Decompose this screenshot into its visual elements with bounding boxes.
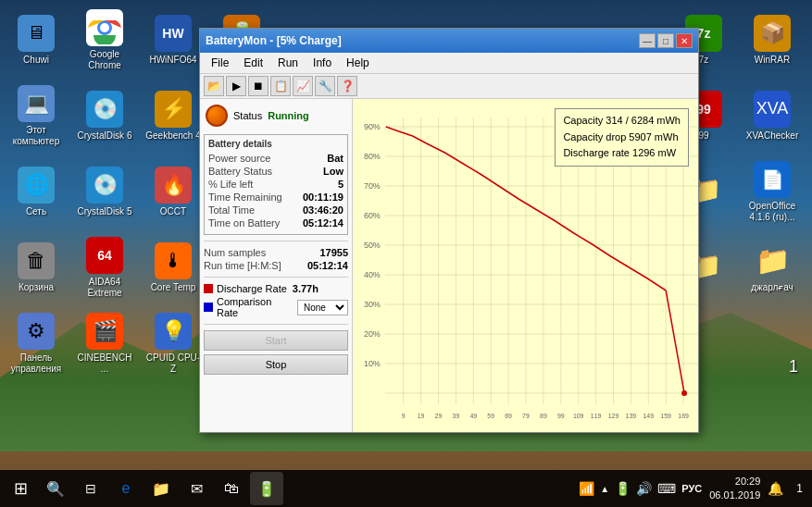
taskbar-left: ⊞ 🔍 ⊟ e 📁 ✉ 🛍 🔋 — [4, 472, 283, 505]
control-panel-icon: ⚙ — [18, 313, 55, 350]
discharge-label: Discharge Rate — [217, 283, 287, 294]
task-view-button[interactable]: ⊟ — [74, 472, 107, 505]
start-button[interactable]: Start — [204, 330, 348, 351]
99-label: 99 — [698, 130, 708, 142]
toolbar-btn-2[interactable]: ▶ — [226, 76, 246, 96]
svg-text:139: 139 — [626, 413, 637, 419]
toolbar-btn-4[interactable]: 📋 — [270, 76, 291, 96]
desktop-icon-chuwi[interactable]: 🖥 Chuwi — [5, 5, 68, 75]
desktop-icon-aida64[interactable]: 64 AIDA64 Extreme — [73, 232, 136, 303]
hwinfo-label: HWiNFO64 — [149, 55, 196, 66]
desktop-icon-network[interactable]: 🌐 Сеть — [5, 156, 68, 227]
desktop-icon-crystaldisk5[interactable]: 💿 CrystalDisk 5 — [73, 156, 136, 227]
power-source-value: Bat — [327, 153, 344, 164]
close-button[interactable]: ✕ — [676, 33, 693, 48]
svg-text:20%: 20% — [364, 329, 381, 339]
korzina-label: Корзина — [19, 282, 54, 293]
menu-help[interactable]: Help — [339, 55, 377, 71]
cpuz-label: CPUID CPU-Z — [145, 352, 201, 375]
explorer-button[interactable]: 📁 — [144, 472, 178, 505]
edge-button[interactable]: e — [109, 472, 143, 505]
svg-text:19: 19 — [418, 413, 425, 419]
left-panel: Status Running Battery details Power sou… — [200, 99, 353, 432]
capacity-drop-label: Capacity drop 5907 mWh — [563, 130, 681, 146]
battery-details-title: Battery details — [208, 139, 344, 149]
toolbar-btn-5[interactable]: 📈 — [293, 76, 313, 96]
mail-button[interactable]: ✉ — [180, 472, 213, 505]
winrar-label: WinRAR — [755, 55, 790, 66]
num-samples-value: 17955 — [319, 247, 348, 258]
crystaldisk6-icon: 💿 — [86, 91, 123, 128]
toolbar-btn-6[interactable]: 🔧 — [315, 76, 335, 96]
network-tray-icon[interactable]: 📶 — [579, 481, 594, 496]
geekbench-label: Geekbench 4 — [145, 130, 201, 142]
desktop-icon-xva[interactable]: XVA XVAChecker — [741, 80, 804, 151]
desktop-icon-cinebench[interactable]: 🎬 CINEBENCH... — [73, 308, 136, 378]
chuwi-label: Chuwi — [23, 55, 49, 66]
toolbar-btn-7[interactable]: ❓ — [337, 76, 357, 96]
store-button[interactable]: 🛍 — [215, 472, 248, 505]
window-content: Status Running Battery details Power sou… — [200, 99, 698, 432]
svg-text:69: 69 — [505, 413, 512, 419]
comparison-select[interactable]: None Custom — [297, 300, 348, 315]
desktop-icon-winrar[interactable]: 📦 WinRAR — [741, 5, 804, 75]
djarlgach-label: джарлғач — [751, 282, 793, 293]
hwinfo-icon: HW — [155, 15, 192, 52]
chart-area: 90% 80% 70% 60% 50% 40% 30% 20% 10% — [353, 99, 698, 432]
start-button-taskbar[interactable]: ⊞ — [4, 472, 37, 505]
menu-run[interactable]: Run — [270, 55, 306, 71]
comparison-label: Comparison Rate — [217, 296, 294, 318]
runtime-value: 05:12:14 — [307, 260, 348, 271]
language-indicator[interactable]: РУС — [681, 483, 702, 494]
keyboard-tray-icon[interactable]: ⌨ — [657, 481, 676, 496]
life-left-value: 5 — [338, 179, 344, 190]
discharge-value: 3.77h — [293, 283, 319, 294]
menu-file[interactable]: File — [204, 55, 236, 71]
battery-tray-icon[interactable]: 🔋 — [615, 481, 631, 496]
aida64-label: AIDA64 Extreme — [77, 277, 132, 299]
crystaldisk5-icon: 💿 — [86, 167, 123, 204]
svg-text:119: 119 — [591, 413, 602, 419]
num-samples-row: Num samples 17955 — [204, 247, 348, 258]
desktop-icon-chrome[interactable]: GoogleChrome — [73, 5, 136, 75]
desktop-icon-korzina[interactable]: 🗑 Корзина — [5, 232, 68, 303]
desktop-icon-openoffice[interactable]: 📄 OpenOffice 4.1.6 (ru)... — [741, 156, 804, 227]
capacity-label: Capacity 314 / 6284 mWh — [563, 113, 681, 130]
menu-info[interactable]: Info — [306, 55, 339, 71]
power-source-label: Power source — [208, 153, 270, 164]
desktop-icon-crystaldisk6[interactable]: 💿 CrystalDisk 6 — [73, 80, 136, 151]
menu-edit[interactable]: Edit — [236, 55, 270, 71]
chrome-label: GoogleChrome — [88, 49, 121, 71]
desktop-icon-this-pc[interactable]: 💻 Этот компьютер — [5, 80, 68, 151]
stop-button[interactable]: Stop — [204, 354, 348, 375]
maximize-button[interactable]: □ — [657, 33, 674, 48]
notification-button[interactable]: 🔔 — [768, 481, 783, 496]
clock[interactable]: 20:29 06.01.2019 — [709, 475, 760, 503]
separator-1 — [204, 241, 348, 241]
desktop-icon-cpuz[interactable]: 💡 CPUID CPU-Z — [142, 308, 205, 378]
svg-text:149: 149 — [643, 413, 654, 419]
desktop-icon-geekbench[interactable]: ⚡ Geekbench 4 — [142, 80, 205, 151]
window-titlebar: BatteryMon - [5% Charge] — □ ✕ — [200, 29, 698, 53]
toolbar-btn-1[interactable]: 📂 — [204, 76, 224, 96]
desktop-icon-panel[interactable]: ⚙ Панель управления — [5, 308, 68, 378]
search-button[interactable]: 🔍 — [39, 472, 72, 505]
chuwi-icon: 🖥 — [18, 15, 55, 52]
desktop-icon-hwinfo[interactable]: HW HWiNFO64 — [142, 5, 205, 75]
chevron-tray-icon[interactable]: ▲ — [600, 484, 609, 494]
time-remaining-label: Time Remaining — [208, 192, 282, 203]
desktop-icon-djarlgach[interactable]: 📁 джарлғач — [741, 232, 804, 303]
separator-3 — [204, 324, 348, 325]
time-remaining-row: Time Remaining 00:11:19 — [208, 192, 344, 203]
desktop-icon-occt[interactable]: 🔥 OCCT — [142, 156, 205, 227]
volume-tray-icon[interactable]: 🔊 — [636, 481, 652, 496]
minimize-button[interactable]: — — [639, 33, 656, 48]
toolbar-btn-3[interactable]: ⏹ — [248, 76, 269, 96]
cinebench-label: CINEBENCH... — [77, 352, 132, 375]
coretemp-icon: 🌡 — [155, 242, 192, 279]
status-row: Status Running — [204, 103, 348, 129]
svg-text:70%: 70% — [364, 181, 381, 191]
desktop-icon-coretemp[interactable]: 🌡 Core Temp — [142, 232, 205, 303]
batterymon-taskbar-button[interactable]: 🔋 — [250, 472, 283, 505]
aida64-icon: 64 — [86, 237, 123, 274]
